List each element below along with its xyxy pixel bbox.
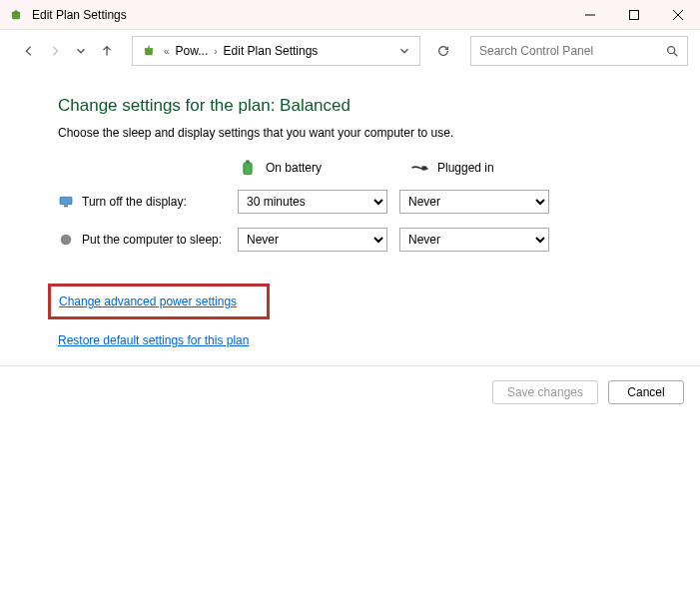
advanced-link[interactable]: Change advanced power settings	[59, 295, 237, 308]
window-title: Edit Plan Settings	[32, 8, 127, 22]
svg-point-7	[668, 47, 675, 54]
svg-rect-6	[148, 46, 149, 49]
columns-header: On battery Plugged in	[58, 158, 692, 178]
forward-button[interactable]	[44, 40, 66, 62]
svg-line-8	[674, 53, 678, 57]
back-button[interactable]	[18, 40, 40, 62]
up-button[interactable]	[96, 40, 118, 62]
titlebar: Edit Plan Settings	[0, 0, 700, 30]
col-battery-label: On battery	[266, 161, 322, 175]
svg-rect-10	[246, 161, 249, 164]
row-sleep: Put the computer to sleep: Never Never	[58, 228, 692, 252]
display-label: Turn off the display:	[82, 195, 187, 209]
search-box[interactable]	[470, 36, 688, 66]
display-icon	[58, 194, 74, 210]
minimize-button[interactable]	[568, 1, 612, 29]
display-plugged-select[interactable]: Never	[399, 190, 549, 214]
display-battery-select[interactable]: 30 minutes	[238, 190, 387, 214]
breadcrumb-2[interactable]: Edit Plan Settings	[221, 44, 322, 58]
page-subheading: Choose the sleep and display settings th…	[58, 126, 692, 140]
address-dropdown[interactable]	[393, 40, 415, 62]
sleep-battery-select[interactable]: Never	[238, 228, 387, 252]
page-heading: Change settings for the plan: Balanced	[58, 96, 692, 116]
cancel-button[interactable]: Cancel	[608, 380, 684, 404]
address-prefix: «	[161, 46, 173, 57]
nav-toolbar: « Pow... › Edit Plan Settings	[0, 30, 700, 72]
sleep-plugged-select[interactable]: Never	[399, 228, 549, 252]
address-bar[interactable]: « Pow... › Edit Plan Settings	[132, 36, 420, 66]
highlight-box: Change advanced power settings	[48, 284, 270, 319]
svg-point-14	[61, 235, 72, 246]
restore-link[interactable]: Restore default settings for this plan	[58, 333, 249, 347]
recent-button[interactable]	[70, 40, 92, 62]
svg-rect-3	[630, 10, 639, 19]
window-icon	[8, 7, 24, 23]
svg-rect-13	[64, 205, 68, 207]
search-input[interactable]	[479, 44, 665, 58]
refresh-button[interactable]	[428, 36, 458, 66]
address-icon	[141, 43, 157, 59]
row-display: Turn off the display: 30 minutes Never	[58, 190, 692, 214]
svg-rect-12	[60, 197, 72, 204]
svg-rect-9	[244, 163, 252, 175]
breadcrumb-1[interactable]: Pow...	[173, 44, 212, 58]
battery-icon	[238, 158, 258, 178]
save-button: Save changes	[492, 380, 598, 404]
chevron-right-icon: ›	[211, 46, 220, 57]
maximize-button[interactable]	[612, 1, 656, 29]
content-area: Change settings for the plan: Balanced C…	[0, 72, 700, 366]
svg-rect-11	[422, 166, 426, 170]
footer: Save changes Cancel	[0, 366, 700, 418]
col-plugged-label: Plugged in	[437, 161, 494, 175]
plug-icon	[409, 158, 429, 178]
search-icon	[665, 44, 679, 58]
sleep-icon	[58, 232, 74, 248]
svg-rect-1	[15, 9, 16, 12]
close-button[interactable]	[656, 1, 700, 29]
sleep-label: Put the computer to sleep:	[82, 233, 222, 247]
